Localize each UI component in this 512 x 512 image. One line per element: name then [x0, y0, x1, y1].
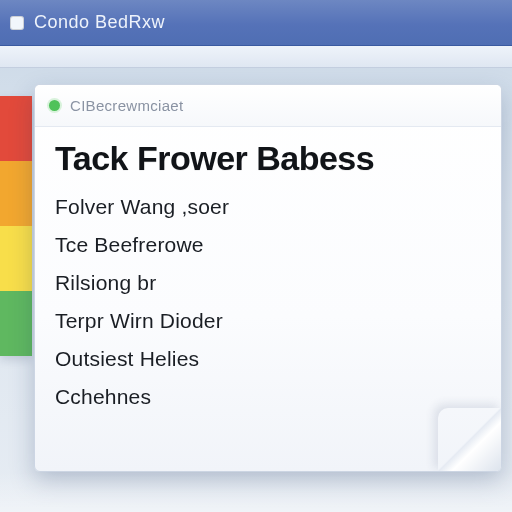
page-curl-icon: [438, 408, 502, 472]
document-panel: CIBecrewmciaet Tack Frower Babess Folver…: [34, 84, 502, 472]
window-icon: [10, 16, 24, 30]
color-swatch-orange[interactable]: [0, 161, 32, 226]
window-titlebar: Condo BedRxw: [0, 0, 512, 46]
list-item[interactable]: Outsiest Helies: [55, 340, 481, 378]
color-strip: [0, 96, 32, 356]
address-text: CIBecrewmciaet: [70, 97, 183, 114]
toolbar: [0, 46, 512, 68]
reflection: [0, 472, 512, 512]
color-swatch-red[interactable]: [0, 96, 32, 161]
item-list: Folver Wang ,soer Tce Beefrerowe Rilsion…: [55, 188, 481, 416]
color-swatch-yellow[interactable]: [0, 226, 32, 291]
window-title: Condo BedRxw: [34, 12, 165, 33]
page-title: Tack Frower Babess: [55, 139, 481, 178]
color-swatch-green[interactable]: [0, 291, 32, 356]
panel-body: Tack Frower Babess Folver Wang ,soer Tce…: [35, 127, 501, 436]
list-item[interactable]: Terpr Wirn Dioder: [55, 302, 481, 340]
list-item[interactable]: Cchehnes: [55, 378, 481, 416]
list-item[interactable]: Tce Beefrerowe: [55, 226, 481, 264]
list-item[interactable]: Rilsiong br: [55, 264, 481, 302]
list-item[interactable]: Folver Wang ,soer: [55, 188, 481, 226]
address-bar[interactable]: CIBecrewmciaet: [35, 85, 501, 127]
status-dot-icon: [49, 100, 60, 111]
